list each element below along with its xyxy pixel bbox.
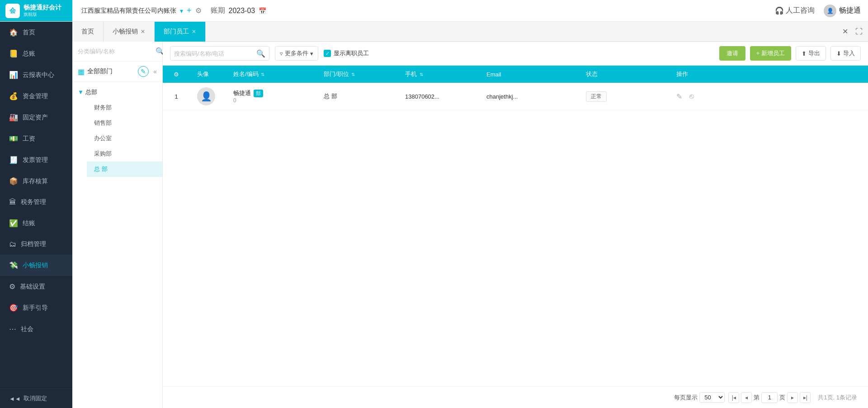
sidebar-item-assets[interactable]: 🏭 固定资产	[0, 107, 72, 128]
sidebar-item-invoice[interactable]: 🧾 发票管理	[0, 149, 72, 171]
prev-page-button[interactable]: ◂	[741, 392, 752, 403]
sidebar-label-invoice: 发票管理	[23, 156, 48, 164]
add-employee-button[interactable]: + 新增员工	[750, 46, 791, 61]
sidebar-label-payroll: 工资	[23, 135, 35, 143]
tab-expense-label: 小畅报销	[113, 28, 138, 36]
employee-search-input[interactable]	[174, 50, 256, 57]
sidebar-item-inventory[interactable]: 📦 库存核算	[0, 171, 72, 192]
sidebar-item-close[interactable]: ✅ 结账	[0, 213, 72, 234]
sidebar: 🏠 首页 📒 总账 📊 云报表中心 💰 资金管理 🏭 固定资产 💵 工资 🧾 发…	[0, 22, 72, 408]
tab-bar-end: ✕ ⛶	[840, 25, 868, 38]
employee-search-icon[interactable]: 🔍	[256, 49, 265, 58]
dept-group-head: ▼总部	[72, 85, 162, 100]
dept-item-purchase[interactable]: 采购部	[87, 146, 162, 161]
export-label: 导出	[808, 49, 820, 57]
page-input[interactable]	[761, 392, 778, 403]
first-page-button[interactable]: |◂	[728, 392, 739, 403]
calendar-icon[interactable]: 📅	[259, 7, 266, 14]
employee-avatar: 👤	[197, 87, 215, 105]
dept-item-finance[interactable]: 财务部	[87, 100, 162, 115]
tab-expense-close[interactable]: ✕	[141, 28, 145, 35]
col-dept[interactable]: 部门/职位 ⇅	[316, 66, 398, 83]
sidebar-label-expense: 小畅报销	[23, 261, 48, 270]
sidebar-item-funds[interactable]: 💰 资金管理	[0, 85, 72, 107]
cancel-pin-button[interactable]: ◄◄ 取消固定	[0, 389, 72, 408]
tab-close-btn[interactable]: ✕	[840, 25, 850, 38]
sidebar-item-settings[interactable]: ⚙ 基础设置	[0, 276, 72, 297]
tab-expense[interactable]: 小畅报销 ✕	[104, 22, 155, 42]
assets-icon: 🏭	[9, 113, 18, 122]
tab-dept[interactable]: 部门员工 ✕	[155, 22, 206, 42]
dept-item-general[interactable]: 总 部	[87, 161, 162, 177]
col-settings[interactable]: ⚙	[163, 66, 190, 83]
sidebar-item-archive[interactable]: 🗂 归档管理	[0, 234, 72, 255]
import-button[interactable]: ⬇ 导入	[830, 46, 861, 61]
employee-code: 0	[233, 97, 309, 104]
sidebar-label-close: 结账	[23, 219, 35, 228]
home-icon: 🏠	[9, 28, 18, 37]
add-company-icon[interactable]: +	[187, 6, 192, 15]
company-area[interactable]: 江西服宝精品有限责任公司内账张 ▾ + ⚙	[81, 6, 202, 15]
dept-expand-icon[interactable]: ▼	[78, 89, 84, 95]
tab-home[interactable]: 首页	[72, 22, 104, 42]
sidebar-item-more[interactable]: ⋯ 社会	[0, 318, 72, 340]
employee-email: chanjethkj...	[486, 93, 518, 100]
tab-bar: 首页 小畅报销 ✕ 部门员工 ✕ ✕ ⛶	[72, 22, 868, 42]
sidebar-item-home[interactable]: 🏠 首页	[0, 22, 72, 43]
edit-icon[interactable]: ✎	[676, 92, 682, 101]
sidebar-item-tax[interactable]: 🏛 税务管理	[0, 192, 72, 213]
per-page-dropdown[interactable]: 50 100 200	[699, 392, 725, 403]
expense-icon: 💸	[9, 261, 18, 270]
dept-header: ▦ 全部部门 ✎ «	[72, 62, 162, 82]
sidebar-label-guide: 新手引导	[23, 304, 48, 312]
cell-phone: 138070602...	[398, 83, 479, 110]
show-resigned-toggle[interactable]: ✓ 显示离职员工	[324, 49, 369, 57]
export-button[interactable]: ⬆ 导出	[796, 46, 826, 61]
sidebar-item-ledger[interactable]: 📒 总账	[0, 43, 72, 64]
settings-icon[interactable]: ⚙	[195, 6, 202, 15]
pagination-bar: 每页显示 50 100 200 |◂ ◂ 第 页 ▸	[163, 386, 868, 408]
name-sort-icon: ⇅	[261, 72, 264, 77]
page-content: 🔍 ▦ 全部部门 ✎ « ▼总部 财务部 销售部 办公室 采	[72, 42, 868, 408]
app-name: 畅捷通好会计	[24, 4, 61, 11]
dept-item-sales[interactable]: 销售部	[87, 115, 162, 131]
col-actions: 操作	[669, 66, 868, 83]
more-filter-button[interactable]: ▿ 更多条件 ▾	[275, 46, 318, 61]
support-button[interactable]: 🎧 人工咨询	[775, 6, 815, 15]
tab-maximize-btn[interactable]: ⛶	[854, 26, 864, 38]
sidebar-label-ledger: 总账	[23, 50, 35, 58]
dept-search-input[interactable]	[78, 48, 154, 55]
dept-collapse-icon[interactable]: «	[153, 68, 157, 75]
filter-label: 更多条件	[285, 49, 308, 57]
resigned-checkbox[interactable]: ✓	[324, 50, 331, 57]
logout-icon[interactable]: ⎋	[689, 92, 694, 100]
user-area[interactable]: 👤 畅捷通	[824, 5, 861, 17]
sidebar-item-reports[interactable]: 📊 云报表中心	[0, 64, 72, 85]
logo-icon: 会	[5, 4, 20, 18]
sidebar-label-settings: 基础设置	[20, 283, 45, 291]
sidebar-item-payroll[interactable]: 💵 工资	[0, 128, 72, 149]
tab-dept-close[interactable]: ✕	[192, 28, 196, 35]
sidebar-item-guide[interactable]: 🎯 新手引导	[0, 297, 72, 318]
dept-edit-button[interactable]: ✎	[138, 66, 149, 77]
sidebar-label-reports: 云报表中心	[23, 71, 54, 79]
next-page-button[interactable]: ▸	[787, 392, 798, 403]
show-resigned-label: 显示离职员工	[334, 49, 369, 57]
sidebar-label-inventory: 库存核算	[23, 177, 48, 185]
col-phone[interactable]: 手机 ⇅	[398, 66, 479, 83]
cell-actions: ✎ ⎋	[669, 83, 868, 110]
col-settings-icon: ⚙	[174, 71, 179, 78]
last-page-button[interactable]: ▸|	[800, 392, 811, 403]
filter-chevron-icon: ▾	[310, 50, 313, 57]
invite-button[interactable]: 邀请	[719, 46, 745, 61]
phone-sort-icon: ⇅	[420, 72, 423, 77]
sidebar-label-archive: 归档管理	[21, 240, 46, 248]
col-name[interactable]: 姓名/编码 ⇅	[226, 66, 316, 83]
name-cell: 畅捷通 部	[233, 89, 309, 97]
settings-nav-icon: ⚙	[9, 282, 15, 291]
company-name: 江西服宝精品有限责任公司内账张	[81, 7, 176, 15]
sidebar-label-assets: 固定资产	[23, 114, 48, 122]
sidebar-item-expense[interactable]: 💸 小畅报销	[0, 255, 72, 276]
dept-item-office[interactable]: 办公室	[87, 131, 162, 146]
company-dropdown-icon[interactable]: ▾	[180, 7, 183, 14]
